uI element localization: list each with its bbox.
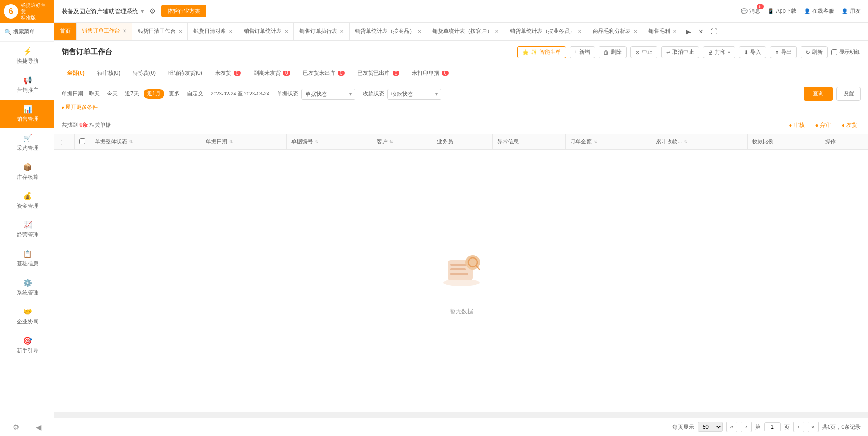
sidebar-item-purchase[interactable]: 🛒 采购管理 bbox=[0, 128, 54, 157]
payment-select[interactable]: 收款状态 bbox=[387, 89, 441, 100]
page-size-select[interactable]: 20 50 100 bbox=[698, 422, 723, 432]
filter-tab-shipped-not-out[interactable]: 已发货未出库 0 bbox=[297, 66, 350, 80]
sidebar-item-system[interactable]: ⚙️ 系统管理 bbox=[0, 273, 54, 302]
sidebar-item-quicknav[interactable]: ⚡ 快捷导航 bbox=[0, 42, 54, 71]
sidebar-item-sales[interactable]: 📊 销售管理 bbox=[0, 100, 54, 128]
message-tool[interactable]: 💬 消息 6 bbox=[741, 7, 760, 15]
last-page-button[interactable]: » bbox=[808, 422, 819, 432]
tab-sales-gross[interactable]: 销售毛利 ✕ bbox=[643, 23, 682, 41]
settings-button[interactable]: 设置 bbox=[836, 87, 861, 101]
th-amount[interactable]: 订单金额 ⇅ bbox=[566, 134, 651, 150]
print-button[interactable]: 🖨 打印 ▾ bbox=[703, 46, 735, 58]
filter-tab-not-shipped[interactable]: 未发货 0 bbox=[210, 66, 246, 80]
sidebar-collapse-button[interactable]: ◀ bbox=[36, 423, 41, 431]
service-icon: 👤 bbox=[804, 8, 810, 14]
date-opt-more[interactable]: 更多 bbox=[166, 89, 182, 99]
tab-close-all-button[interactable]: ✕ bbox=[695, 23, 707, 41]
refresh-button[interactable]: ↻ 刷新 bbox=[801, 46, 828, 58]
filter-tab-wangpu-pending[interactable]: 旺铺待发货(0) bbox=[163, 66, 208, 80]
next-page-button[interactable]: › bbox=[793, 422, 804, 432]
tab-close-sales-gross[interactable]: ✕ bbox=[673, 29, 676, 34]
tab-close-sales-exec[interactable]: ✕ bbox=[340, 29, 344, 34]
page-input[interactable] bbox=[764, 422, 781, 431]
tab-close-sales-stats-customer[interactable]: ✕ bbox=[495, 29, 499, 34]
tab-close-sales-stats[interactable]: ✕ bbox=[284, 29, 288, 34]
cancel-suspend-button[interactable]: ↩ 取消中止 bbox=[661, 46, 699, 58]
show-detail-checkbox[interactable] bbox=[831, 49, 837, 55]
th-customer[interactable]: 客户 ⇅ bbox=[372, 134, 432, 150]
tab-cash-daily[interactable]: 钱货日清工作台 ✕ bbox=[132, 23, 188, 41]
th-number[interactable]: 单据编号 ⇅ bbox=[287, 134, 372, 150]
filter-tab-pending-inspect[interactable]: 待拣货(0) bbox=[127, 66, 161, 80]
filter-tab-shipped-out[interactable]: 已发货已出库 0 bbox=[352, 66, 405, 80]
revoke-button[interactable]: ● 弃审 bbox=[812, 120, 834, 130]
review-button[interactable]: ● 审核 bbox=[785, 120, 808, 130]
th-date[interactable]: 单据日期 ⇅ bbox=[201, 134, 287, 150]
dropdown-arrow-icon: ▾ bbox=[141, 8, 144, 14]
tab-home[interactable]: 首页 bbox=[54, 23, 77, 41]
industry-solution-button[interactable]: 体验行业方案 bbox=[161, 5, 206, 17]
sidebar-settings-button[interactable]: ⚙ bbox=[13, 423, 19, 431]
show-detail-checkbox-label[interactable]: 显示明细 bbox=[831, 48, 861, 56]
tab-sales-stats-product[interactable]: 销货单统计表（按商品） ✕ bbox=[350, 23, 427, 41]
tab-close-cash-reconcile[interactable]: ✕ bbox=[229, 29, 232, 34]
filter-tab-all[interactable]: 全部(0) bbox=[62, 66, 90, 80]
tab-close-product-margin[interactable]: ✕ bbox=[633, 29, 637, 34]
app-download-tool[interactable]: 📱 App下载 bbox=[767, 7, 796, 15]
sidebar-item-basic[interactable]: 📋 基础信息 bbox=[0, 244, 54, 273]
payment-filter-label: 收款状态 bbox=[363, 90, 384, 98]
first-page-button[interactable]: « bbox=[726, 422, 737, 432]
suspend-button[interactable]: ⊘ 中止 bbox=[630, 46, 657, 58]
sidebar-item-marketing[interactable]: 📢 营销推广 bbox=[0, 71, 54, 100]
date-opt-custom[interactable]: 自定义 bbox=[184, 89, 206, 99]
tab-close-cash-daily[interactable]: ✕ bbox=[178, 29, 182, 34]
tab-close-sales-stats-staff[interactable]: ✕ bbox=[578, 29, 581, 34]
select-all-checkbox[interactable] bbox=[79, 138, 85, 144]
sidebar-item-operation[interactable]: 📈 经营管理 bbox=[0, 215, 54, 244]
result-count: 共找到 0条 相关单据 bbox=[62, 121, 111, 129]
tab-cash-reconcile[interactable]: 钱货日清对账 ✕ bbox=[188, 23, 238, 41]
basic-icon: 📋 bbox=[23, 250, 32, 258]
horizontal-scrollbar[interactable] bbox=[54, 412, 868, 417]
query-button[interactable]: 查询 bbox=[804, 87, 833, 101]
filter-tab-overdue-not-shipped[interactable]: 到期未发货 0 bbox=[248, 66, 296, 80]
page-size-label: 每页显示 bbox=[672, 423, 694, 431]
sidebar-item-inventory[interactable]: 📦 库存核算 bbox=[0, 157, 54, 186]
th-status[interactable]: 单据整体状态 ⇅ bbox=[90, 134, 201, 150]
header-gear-icon[interactable]: ⚙ bbox=[149, 7, 156, 15]
tab-sales-workbench[interactable]: 销售订单工作台 ✕ bbox=[77, 23, 132, 41]
tab-sales-exec[interactable]: 销售订单执行表 ✕ bbox=[294, 23, 350, 41]
tab-sales-stats[interactable]: 销售订单统计表 ✕ bbox=[238, 23, 294, 41]
online-service-tool[interactable]: 👤 在线客服 bbox=[804, 7, 834, 15]
new-button[interactable]: + 新增 bbox=[570, 46, 595, 58]
date-opt-today[interactable]: 今天 bbox=[104, 89, 120, 99]
prev-page-button[interactable]: ‹ bbox=[741, 422, 752, 432]
search-menu-button[interactable]: 🔍 搜索菜单 bbox=[5, 26, 49, 38]
smart-create-button[interactable]: ⭐ ✨ 智能生单 bbox=[517, 46, 566, 58]
sidebar-item-cooperation[interactable]: 🤝 企业协同 bbox=[0, 302, 54, 331]
export-button[interactable]: ⬆ 导出 bbox=[770, 46, 797, 58]
date-opt-1month[interactable]: 近1月 bbox=[144, 89, 165, 99]
tab-sales-stats-customer[interactable]: 销货单统计表（按客户） ✕ bbox=[427, 23, 504, 41]
import-button[interactable]: ⬇ 导入 bbox=[739, 46, 766, 58]
filter-tab-pending-review[interactable]: 待审核(0) bbox=[92, 66, 126, 80]
tab-maximize-button[interactable]: ⛶ bbox=[707, 23, 721, 41]
tab-close-sales-workbench[interactable]: ✕ bbox=[123, 28, 126, 33]
sidebar-item-guide[interactable]: 🎯 新手引导 bbox=[0, 331, 54, 360]
sidebar-item-finance[interactable]: 💰 资金管理 bbox=[0, 186, 54, 215]
status-select[interactable]: 单据状态 bbox=[301, 89, 355, 100]
tab-product-margin[interactable]: 商品毛利分析表 ✕ bbox=[587, 23, 643, 41]
th-received[interactable]: 累计收款... ⇅ bbox=[651, 134, 747, 150]
filter-tab-not-printed[interactable]: 未打印单据 0 bbox=[407, 66, 454, 80]
user-tool[interactable]: 👤 用友 bbox=[841, 7, 861, 15]
th-checkbox[interactable] bbox=[75, 134, 90, 150]
tab-scroll-right-button[interactable]: ▶ bbox=[682, 23, 695, 41]
delete-button[interactable]: 🗑 删除 bbox=[599, 46, 627, 58]
date-opt-7days[interactable]: 近7天 bbox=[122, 89, 142, 99]
tab-close-sales-stats-product[interactable]: ✕ bbox=[417, 29, 421, 34]
expand-conditions-button[interactable]: ▾ 展开更多条件 bbox=[62, 104, 861, 111]
date-opt-yesterday[interactable]: 昨天 bbox=[86, 89, 102, 99]
main-area: 装备及固定资产辅助管理系统 ▾ ⚙ 体验行业方案 💬 消息 6 📱 App下载 … bbox=[54, 0, 868, 436]
tab-sales-stats-staff[interactable]: 销货单统计表（按业务员） ✕ bbox=[504, 23, 587, 41]
ship-button[interactable]: ● 发货 bbox=[838, 120, 861, 130]
